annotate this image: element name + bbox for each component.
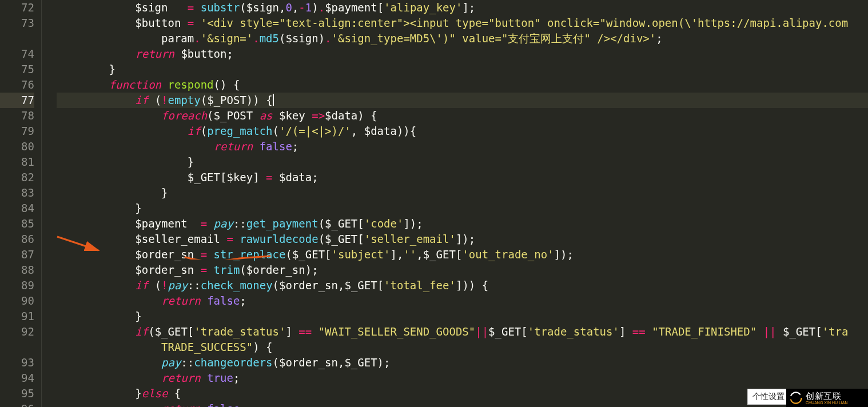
token-string: '&sign_type=MD5\')" value="支付宝网上支付" /></…	[332, 32, 656, 45]
token-punct: }	[109, 63, 116, 75]
line-number: 94	[0, 370, 34, 386]
token-var: $_GET	[325, 233, 357, 245]
token-punct: }	[161, 186, 168, 199]
line-number: 87	[0, 247, 34, 262]
token-punct: [	[357, 233, 364, 245]
code-line[interactable]: $_GET[$key] = $data;	[57, 170, 868, 185]
code-line[interactable]: param.'&sign='.md5($sign).'&sign_type=MD…	[57, 31, 868, 46]
line-number	[0, 340, 34, 355]
code-line[interactable]: if (!pay::check_money($order_sn,$_GET['t…	[57, 278, 868, 293]
token-keyword: if	[135, 279, 148, 292]
code-line[interactable]: $order_sn = trim($order_sn);	[57, 262, 868, 278]
token-default	[161, 78, 168, 91]
token-string: 'code'	[364, 217, 404, 230]
token-string: 'seller_email'	[364, 233, 456, 245]
token-keyword: function	[109, 78, 162, 91]
token-var: $_GET	[488, 325, 521, 338]
token-func: preg_match	[207, 125, 272, 137]
code-line[interactable]: $order_sn = str_replace($_GET['subject']…	[57, 247, 868, 262]
token-default	[168, 387, 174, 400]
token-default	[207, 217, 213, 230]
token-default	[253, 140, 259, 153]
code-line[interactable]: pay::changeorders($order_sn,$_GET);	[57, 355, 868, 370]
code-line[interactable]: if($_GET['trade_status'] == "WAIT_SELLER…	[57, 324, 868, 340]
token-default	[201, 294, 207, 307]
code-editor[interactable]: 7273747576777879808182838485868788899091…	[0, 0, 868, 407]
token-keyword: if	[135, 325, 148, 338]
token-var: $_GET	[344, 279, 377, 292]
code-area[interactable]: $sign = substr($sign,0,-1).$payment['ali…	[50, 0, 868, 407]
token-punct: (	[201, 125, 207, 137]
code-line[interactable]: TRADE_SUCCESS") {	[57, 340, 868, 355]
token-punct: );	[377, 356, 391, 369]
code-line[interactable]: }	[57, 309, 868, 324]
token-func: md5	[260, 32, 279, 45]
token-default	[207, 248, 213, 261]
line-number: 84	[0, 201, 34, 216]
line-number: 72	[0, 0, 34, 15]
line-number: 85	[0, 216, 34, 232]
line-number: 90	[0, 293, 34, 309]
token-var: $order_sn	[246, 264, 305, 276]
token-op: ==	[632, 325, 646, 338]
token-string: '&sign='	[201, 32, 253, 45]
token-punct: }	[188, 155, 194, 168]
token-punct: ],	[390, 248, 403, 261]
token-const: false	[260, 140, 292, 153]
token-default	[207, 264, 213, 276]
fold-column	[42, 0, 50, 407]
token-string: 'trade_status'	[194, 325, 285, 338]
code-line[interactable]: }	[57, 154, 868, 170]
token-string: 'total_fee'	[384, 279, 456, 292]
code-line[interactable]: $seller_email = rawurldecode($_GET['sell…	[57, 232, 868, 247]
token-op: =	[201, 264, 207, 276]
token-punct: }	[135, 310, 141, 322]
code-line[interactable]: return false;	[57, 401, 868, 407]
line-number: 74	[0, 46, 34, 62]
code-line[interactable]: }	[57, 62, 868, 77]
code-line[interactable]: return false;	[57, 139, 868, 154]
token-punct: ,	[351, 125, 364, 137]
token-op: ||	[475, 325, 488, 338]
token-punct: ) {	[357, 109, 377, 122]
token-type: pay	[168, 279, 188, 292]
token-string: 'tra	[822, 325, 849, 338]
code-line[interactable]: }	[57, 185, 868, 201]
token-punct: (	[240, 1, 246, 14]
code-line[interactable]: function respond() {	[57, 77, 868, 93]
code-line[interactable]: foreach($_POST as $key =>$data) {	[57, 108, 868, 123]
token-var: $_POST	[214, 109, 260, 122]
code-line[interactable]: return false;	[57, 293, 868, 309]
token-op: =	[188, 17, 194, 29]
code-line[interactable]: if (!empty($_POST)) {	[57, 93, 868, 108]
token-punct: ,	[292, 1, 298, 14]
token-const: 1	[305, 1, 312, 14]
token-punct: ::	[181, 356, 194, 369]
token-var: $_POST	[207, 94, 246, 106]
token-var: $order_sn	[279, 356, 338, 369]
token-func: trim	[214, 264, 240, 276]
token-var: $sign	[285, 32, 318, 45]
token-punct: (	[273, 125, 279, 137]
token-op: ==	[298, 325, 312, 338]
token-const: true	[207, 372, 233, 384]
code-line[interactable]: return true;	[57, 370, 868, 386]
token-const: false	[207, 402, 240, 407]
code-line[interactable]: $sign = substr($sign,0,-1).$payment['ali…	[57, 0, 868, 15]
code-line[interactable]: return $button;	[57, 46, 868, 62]
code-line[interactable]: $payment = pay::get_payment($_GET['code'…	[57, 216, 868, 232]
code-line[interactable]: $button = '<div style="text-align:center…	[57, 15, 868, 31]
token-op: ||	[763, 325, 777, 338]
token-punct: [	[188, 325, 194, 338]
code-line[interactable]: }else {	[57, 386, 868, 401]
token-punct: [	[456, 248, 462, 261]
token-punct: }	[135, 202, 141, 214]
token-op: =	[201, 248, 207, 261]
personalize-settings-button[interactable]: 个性设置	[747, 389, 790, 405]
code-line[interactable]: }	[57, 201, 868, 216]
code-line[interactable]: if(preg_match('/(=|<|>)/', $data)){	[57, 123, 868, 139]
token-var: $_GET	[292, 248, 325, 261]
token-var: $button	[135, 17, 188, 29]
token-func: check_money	[201, 279, 273, 292]
token-op: =	[188, 1, 194, 14]
